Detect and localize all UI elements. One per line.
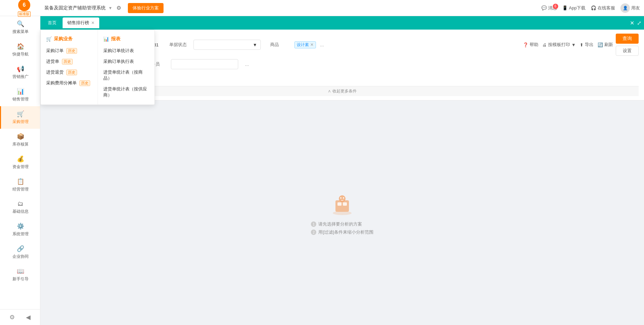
tab-sales-rank[interactable]: 销售排行榜 ✕ — [63, 17, 99, 28]
order-status-arrow: ▼ — [253, 42, 257, 47]
sidebar-collapse-btn[interactable]: ◀ — [26, 314, 31, 321]
clipboard-icon: 📋 — [17, 178, 24, 185]
export-btn[interactable]: ⬆ 导出 — [580, 42, 594, 48]
dropdown-item-report-4[interactable]: 进货单统计表（按供应商） — [98, 84, 155, 100]
svg-rect-3 — [335, 200, 349, 212]
user-item[interactable]: 👤 用友 — [620, 3, 640, 13]
sidebar-item-sales[interactable]: 📊 销售管理 — [0, 84, 40, 106]
sidebar-item-search[interactable]: 🔍 搜索菜单 — [0, 16, 40, 39]
goods-ellipsis[interactable]: ... — [320, 42, 324, 47]
print-btn[interactable]: 🖨 按模板打印 ▼ — [542, 42, 576, 48]
app-download-item[interactable]: 📱 App下载 — [562, 5, 585, 11]
sidebar-item-operations[interactable]: 📋 经营管理 — [0, 174, 40, 196]
sidebar-item-inventory[interactable]: 📦 库存核算 — [0, 129, 40, 151]
empty-tip-1: 1 请先选择要分析的方案 — [311, 221, 373, 227]
sidebar-item-guide[interactable]: 📖 新手引导 — [0, 263, 40, 286]
sidebar-item-quick-nav[interactable]: 🏠 快捷导航 — [0, 39, 40, 61]
industry-btn[interactable]: 体验行业方案 — [128, 3, 164, 13]
export-label: 导出 — [585, 42, 594, 48]
svg-rect-5 — [343, 202, 347, 206]
refresh-icon: 🔄 — [598, 42, 603, 47]
incoming-history-badge: 历史 — [62, 59, 73, 65]
settings-icon-btn[interactable]: ⚙ — [115, 3, 122, 12]
help-btn[interactable]: ❓ 帮助 — [523, 42, 538, 48]
tab-close-btn[interactable]: ✕ — [91, 21, 95, 25]
system-title-dropdown-icon[interactable]: ▼ — [108, 6, 112, 10]
svg-text:6: 6 — [23, 2, 26, 8]
dropdown-item-report-1[interactable]: 采购订单统计表 — [98, 45, 155, 56]
purchase-header-label: 采购业务 — [54, 36, 73, 42]
svg-point-8 — [343, 197, 344, 199]
purchase-order-history-badge: 历史 — [66, 48, 77, 54]
dropdown-item-report-2[interactable]: 采购订单执行表 — [98, 56, 155, 67]
svg-point-6 — [339, 195, 346, 202]
top-header: 6 标准版 装备及固定资产辅助管理系统 ▼ ⚙ 体验行业方案 💬 消息 6 📱 … — [0, 0, 644, 16]
print-arrow[interactable]: ▼ — [571, 42, 576, 47]
tab-close-all-btn[interactable]: ✕ — [630, 20, 634, 26]
settings-btn[interactable]: 设置 — [616, 46, 639, 56]
purchase-order-label: 采购订单 — [46, 48, 64, 54]
app-download-label: App下载 — [569, 5, 585, 11]
filter-actions: ❓ 帮助 🖨 按模板打印 ▼ ⬆ 导出 🔄 — [523, 34, 639, 56]
book-icon: 📖 — [17, 268, 24, 275]
salesman-select[interactable] — [171, 59, 238, 69]
return-history-badge: 历史 — [66, 70, 77, 75]
empty-illustration — [329, 190, 356, 217]
return-label: 进货退货 — [46, 69, 64, 75]
tip-text-1: 请先选择要分析的方案 — [318, 221, 362, 227]
dropdown-item-expense[interactable]: 采购费用分摊单 历史 — [41, 78, 98, 88]
sidebar-item-purchase[interactable]: 🛒 采购管理 — [0, 106, 40, 129]
tab-expand-btn[interactable]: ⤢ — [637, 20, 641, 26]
notification-item[interactable]: 💬 消息 6 — [541, 5, 557, 11]
sidebar-bottom: ⚙ ◀ — [0, 309, 40, 325]
report-header-icon: 📊 — [103, 36, 109, 42]
report-3-label: 进货单统计表（按商品） — [103, 69, 149, 81]
user-avatar: 👤 — [620, 3, 630, 13]
tab-home[interactable]: 首页 — [43, 17, 61, 28]
report-header-label: 报表 — [111, 36, 120, 42]
sidebar-item-system[interactable]: ⚙️ 系统管理 — [0, 218, 40, 241]
sidebar-settings-btn[interactable]: ⚙ — [9, 314, 15, 321]
sidebar-label-finance: 资金管理 — [12, 164, 29, 170]
gear-icon: ⚙️ — [17, 222, 24, 230]
collapse-icon: ∧ — [328, 89, 331, 93]
sidebar-label-marketing: 营销推广 — [12, 74, 29, 80]
header-right: 💬 消息 6 📱 App下载 🎧 在线客服 👤 用友 — [541, 3, 640, 13]
tip-num-2: 2 — [311, 230, 316, 235]
dropdown-item-purchase-order[interactable]: 采购订单 历史 — [41, 45, 98, 56]
order-status-select[interactable]: ▼ — [193, 40, 261, 50]
sidebar-label-purchase: 采购管理 — [12, 119, 29, 125]
refresh-label: 刷新 — [604, 42, 613, 48]
sidebar-label-quick-nav: 快捷导航 — [12, 51, 29, 57]
sidebar-label-guide: 新手引导 — [12, 276, 29, 282]
query-btn[interactable]: 查询 — [616, 34, 639, 44]
empty-state: 1 请先选择要分析的方案 2 用[过滤]条件来缩小分析范围 — [40, 100, 644, 325]
dropdown-item-return[interactable]: 进货退货 历史 — [41, 67, 98, 78]
empty-tip-2: 2 用[过滤]条件来缩小分析范围 — [311, 229, 373, 235]
megaphone-icon: 📢 — [17, 65, 24, 73]
dropdown-header-purchase: 🛒 采购业务 — [41, 34, 98, 45]
sidebar-item-basic[interactable]: 🗂 基础信息 — [0, 196, 40, 218]
dropdown-col-purchase: 🛒 采购业务 采购订单 历史 进货单 历史 进货退货 历史 采购费用分摊单 历史 — [41, 30, 98, 105]
collapse-label: 收起更多条件 — [332, 89, 357, 93]
sidebar-item-marketing[interactable]: 📢 营销推广 — [0, 61, 40, 84]
tip-num-1: 1 — [311, 221, 316, 227]
dropdown-item-report-3[interactable]: 进货单统计表（按商品） — [98, 67, 155, 84]
sidebar-item-finance[interactable]: 💰 资金管理 — [0, 151, 40, 174]
sidebar-item-enterprise[interactable]: 🔗 企业协同 — [0, 241, 40, 263]
online-service-label: 在线客服 — [598, 5, 615, 11]
tab-bar: 首页 销售排行榜 ✕ ✕ ⤢ — [40, 16, 644, 30]
money-icon: 💰 — [17, 155, 24, 163]
print-icon: 🖨 — [542, 42, 547, 47]
goods-tag-close-btn[interactable]: ✕ — [310, 42, 314, 47]
report-4-label: 进货单统计表（按供应商） — [103, 86, 149, 98]
dropdown-header-report: 📊 报表 — [98, 34, 155, 45]
search-icon: 🔍 — [17, 20, 24, 28]
sidebar-label-search: 搜索菜单 — [12, 29, 29, 35]
dropdown-item-incoming[interactable]: 进货单 历史 — [41, 56, 98, 67]
salesman-ellipsis[interactable]: ... — [245, 62, 249, 67]
refresh-btn[interactable]: 🔄 刷新 — [598, 42, 613, 48]
notification-badge-count: 6 — [553, 4, 558, 9]
logo-tag: 标准版 — [18, 11, 31, 17]
online-service-item[interactable]: 🎧 在线客服 — [591, 5, 615, 11]
